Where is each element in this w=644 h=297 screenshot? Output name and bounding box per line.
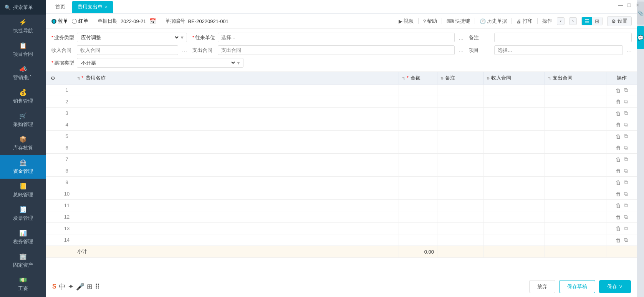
row-income-contract-input[interactable] — [487, 99, 541, 105]
operations-btn[interactable]: 操作 — [542, 18, 552, 25]
row-expense-name-cell[interactable] — [74, 200, 399, 211]
sidebar-item-project-contract[interactable]: 📋 项目合同 — [0, 38, 46, 61]
minimize-button[interactable]: — — [617, 2, 624, 8]
row-notes-input[interactable] — [440, 237, 480, 243]
row-amount-cell[interactable] — [399, 85, 437, 96]
row-notes-input[interactable] — [440, 191, 480, 197]
nav-prev-button[interactable]: ‹ — [557, 17, 565, 25]
copy-row-icon[interactable]: ⧉ — [624, 156, 628, 163]
row-notes-cell[interactable] — [437, 165, 483, 177]
save-button[interactable]: 保存 ∨ — [599, 280, 631, 293]
row-expense-contract-input[interactable] — [548, 168, 603, 174]
copy-row-icon[interactable]: ⧉ — [624, 121, 628, 128]
income-contract-more-icon[interactable]: ... — [182, 47, 187, 54]
row-amount-cell[interactable] — [399, 223, 437, 234]
delete-row-icon[interactable]: 🗑 — [616, 202, 621, 209]
copy-row-icon[interactable]: ⧉ — [624, 133, 628, 139]
row-expense-contract-cell[interactable] — [545, 96, 606, 108]
row-amount-cell[interactable] — [399, 131, 437, 142]
row-expense-name-cell[interactable] — [74, 211, 399, 223]
amount-input[interactable] — [402, 168, 434, 174]
row-income-contract-input[interactable] — [487, 191, 541, 197]
row-income-contract-cell[interactable] — [483, 108, 545, 119]
special-char-icon[interactable]: ✦ — [68, 282, 74, 291]
row-income-contract-cell[interactable] — [483, 131, 545, 142]
delete-row-icon[interactable]: 🗑 — [616, 179, 621, 186]
row-expense-contract-input[interactable] — [548, 191, 603, 197]
row-income-contract-input[interactable] — [487, 156, 541, 162]
amount-input[interactable] — [402, 202, 434, 208]
row-income-contract-input[interactable] — [487, 87, 541, 93]
row-amount-cell[interactable] — [399, 96, 437, 108]
row-amount-cell[interactable] — [399, 165, 437, 177]
row-income-contract-cell[interactable] — [483, 142, 545, 154]
row-income-contract-input[interactable] — [487, 202, 541, 208]
row-expense-contract-input[interactable] — [548, 133, 603, 139]
expense-name-input[interactable] — [77, 87, 396, 93]
row-expense-name-cell[interactable] — [74, 234, 399, 246]
row-notes-cell[interactable] — [437, 188, 483, 200]
row-notes-input[interactable] — [440, 156, 480, 162]
amount-input[interactable] — [402, 237, 434, 243]
row-income-contract-cell[interactable] — [483, 154, 545, 165]
settings-button[interactable]: ⚙ 设置 — [607, 16, 632, 26]
row-income-contract-input[interactable] — [487, 237, 541, 243]
grid-view-button[interactable]: ⊞ — [592, 17, 602, 25]
row-expense-contract-input[interactable] — [548, 237, 603, 243]
delete-row-icon[interactable]: 🗑 — [616, 191, 621, 197]
amount-input[interactable] — [402, 122, 434, 128]
copy-row-icon[interactable]: ⧉ — [624, 110, 628, 116]
delete-row-icon[interactable]: 🗑 — [616, 156, 621, 163]
expense-name-input[interactable] — [77, 202, 396, 208]
print-btn[interactable]: 🖨 打印 — [517, 18, 533, 25]
amount-input[interactable] — [402, 191, 434, 197]
expense-name-input[interactable] — [77, 133, 396, 139]
expense-name-input[interactable] — [77, 122, 396, 128]
delete-row-icon[interactable]: 🗑 — [616, 99, 621, 105]
row-notes-input[interactable] — [440, 226, 480, 231]
row-expense-contract-input[interactable] — [548, 226, 603, 231]
delete-row-icon[interactable]: 🗑 — [616, 110, 621, 116]
counterparty-input[interactable] — [218, 33, 455, 42]
mic-icon[interactable]: 🎤 — [76, 282, 84, 291]
row-expense-contract-input[interactable] — [548, 214, 603, 220]
row-expense-name-cell[interactable] — [74, 223, 399, 234]
row-notes-input[interactable] — [440, 99, 480, 105]
row-expense-contract-cell[interactable] — [545, 142, 606, 154]
row-notes-cell[interactable] — [437, 85, 483, 96]
delete-row-icon[interactable]: 🗑 — [616, 122, 621, 128]
blue-doc-radio[interactable]: 蓝单 — [51, 18, 68, 25]
amount-input[interactable] — [402, 133, 434, 139]
apps-icon[interactable]: ⠿ — [95, 282, 100, 291]
row-expense-contract-cell[interactable] — [545, 211, 606, 223]
row-notes-cell[interactable] — [437, 154, 483, 165]
row-amount-cell[interactable] — [399, 142, 437, 154]
row-income-contract-input[interactable] — [487, 179, 541, 185]
sidebar-item-fixed-assets[interactable]: 🏢 固定资产 — [0, 249, 46, 272]
shortcut-btn[interactable]: ⌨ 快捷键 — [447, 18, 470, 25]
expense-name-input[interactable] — [77, 168, 396, 174]
invoice-type-select[interactable]: 不开票 — [79, 60, 236, 66]
row-expense-name-cell[interactable] — [74, 108, 399, 119]
delete-row-icon[interactable]: 🗑 — [616, 87, 621, 93]
close-button[interactable]: × — [634, 2, 637, 8]
history-btn[interactable]: 🕐 历史单据 — [480, 18, 507, 25]
sidebar-search[interactable]: 🔍 搜索菜单 — [0, 0, 46, 15]
col-income-contract-header[interactable]: ⇅ 收入合同 — [483, 72, 545, 85]
row-income-contract-cell[interactable] — [483, 223, 545, 234]
nav-next-button[interactable]: › — [569, 17, 577, 25]
row-income-contract-input[interactable] — [487, 214, 541, 220]
expense-name-input[interactable] — [77, 145, 396, 151]
copy-row-icon[interactable]: ⧉ — [624, 225, 628, 232]
amount-input[interactable] — [402, 99, 434, 105]
copy-row-icon[interactable]: ⧉ — [624, 144, 628, 151]
row-income-contract-input[interactable] — [487, 133, 541, 139]
input-method-icon[interactable]: 中 — [59, 282, 66, 291]
row-notes-cell[interactable] — [437, 211, 483, 223]
row-expense-contract-cell[interactable] — [545, 131, 606, 142]
row-amount-cell[interactable] — [399, 177, 437, 188]
amount-input[interactable] — [402, 145, 434, 151]
row-amount-cell[interactable] — [399, 154, 437, 165]
row-income-contract-cell[interactable] — [483, 200, 545, 211]
project-more-icon[interactable]: ... — [627, 47, 632, 54]
